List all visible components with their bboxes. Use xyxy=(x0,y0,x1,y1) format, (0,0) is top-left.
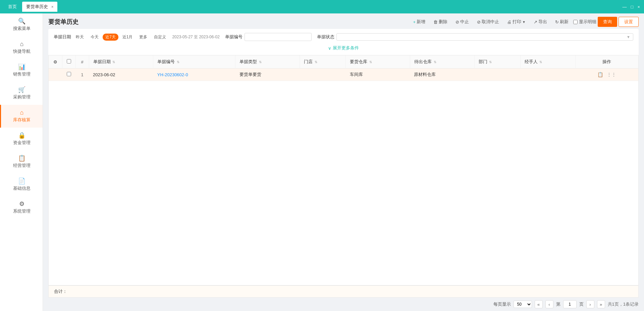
row-checkbox[interactable] xyxy=(67,72,71,76)
doc-status-filter-group: 单据状态 ▼ xyxy=(317,33,633,41)
stop-icon: ⊘ xyxy=(455,19,459,25)
filter-area: 单据日期 昨天 今天 近7天 近1月 更多 自定义 2023-05-27 至 2… xyxy=(48,29,639,55)
page-size-select[interactable]: 10 20 50 100 xyxy=(514,301,532,308)
settings-button[interactable]: 设置 xyxy=(619,17,639,27)
cell-checkbox xyxy=(62,69,75,81)
expand-more-btn[interactable]: ∨ 展开更多条件 xyxy=(328,45,359,51)
tab-home[interactable]: 首页 xyxy=(4,2,21,12)
tab-home-label: 首页 xyxy=(8,4,17,10)
home-icon: ⌂ xyxy=(20,41,24,47)
page-number-input[interactable] xyxy=(563,300,577,308)
cell-store xyxy=(300,69,346,81)
sort-department[interactable]: ⇅ xyxy=(489,60,492,64)
doc-number-input[interactable] xyxy=(245,33,312,41)
cell-handler xyxy=(520,69,575,81)
cancel-stop-button[interactable]: ⊘ 取消中止 xyxy=(474,17,502,26)
sidebar: 🔍 搜索菜单 ⌂ 快捷导航 📊 销售管理 🛒 采购管理 ⌂ 库存核算 🔒 资金管… xyxy=(0,13,43,311)
sidebar-label-sales: 销售管理 xyxy=(13,71,31,77)
date-btn-today[interactable]: 今天 xyxy=(88,34,101,41)
row-more-btn[interactable]: ⋮⋮ xyxy=(605,71,618,78)
window-minimize-btn[interactable]: — xyxy=(623,4,627,9)
col-department: 部门 ⇅ xyxy=(474,55,520,69)
sidebar-item-quick-nav[interactable]: ⌂ 快捷导航 xyxy=(0,36,43,59)
query-button[interactable]: 查询 xyxy=(598,17,617,27)
sort-doc-number[interactable]: ⇅ xyxy=(177,60,179,64)
page-label-end: 页 xyxy=(579,301,584,307)
export-button[interactable]: ↗ 导出 xyxy=(530,17,550,26)
sort-store[interactable]: ⇅ xyxy=(315,60,317,64)
sidebar-item-purchase[interactable]: 🛒 采购管理 xyxy=(0,82,43,105)
date-filter-group: 单据日期 昨天 今天 近7天 近1月 更多 自定义 2023-05-27 至 2… xyxy=(54,34,220,41)
prev-page-btn[interactable]: ‹ xyxy=(545,300,553,308)
sort-doc-type[interactable]: ⇅ xyxy=(259,60,262,64)
print-button[interactable]: 🖨 打印 ▼ xyxy=(504,17,529,26)
date-btn-yesterday[interactable]: 昨天 xyxy=(73,34,87,41)
doc-status-dropdown-icon[interactable]: ▼ xyxy=(627,35,630,39)
new-button[interactable]: + 新增 xyxy=(410,17,429,26)
sidebar-item-inventory[interactable]: ⌂ 库存核算 xyxy=(0,105,43,128)
page-label: 第 xyxy=(556,301,560,307)
sidebar-label-purchase: 采购管理 xyxy=(13,94,31,100)
show-detail-input[interactable] xyxy=(573,20,578,24)
stop-button[interactable]: ⊘ 中止 xyxy=(452,17,472,26)
date-btn-more[interactable]: 更多 xyxy=(137,34,150,41)
date-btn-custom[interactable]: 自定义 xyxy=(151,34,169,41)
doc-number-link[interactable]: YH-20230602-0 xyxy=(157,72,188,77)
expand-more-container: ∨ 展开更多条件 xyxy=(54,43,633,51)
purchase-icon: 🛒 xyxy=(18,87,25,93)
date-btn-last1month[interactable]: 近1月 xyxy=(120,34,136,41)
data-table: ⚙ # 单据日期 ⇅ 单据编号 ⇅ xyxy=(49,55,638,81)
sort-handler[interactable]: ⇅ xyxy=(539,60,542,64)
delete-icon: 🗑 xyxy=(433,19,438,25)
date-btn-last7days[interactable]: 近7天 xyxy=(103,34,118,41)
filter-row: 单据日期 昨天 今天 近7天 近1月 更多 自定义 2023-05-27 至 2… xyxy=(54,33,633,41)
col-num: # xyxy=(75,55,89,69)
table-container[interactable]: ⚙ # 单据日期 ⇅ 单据编号 ⇅ xyxy=(48,55,639,285)
sort-req-warehouse[interactable]: ⇅ xyxy=(369,60,372,64)
top-bar: 首页 要货单历史 × — □ × xyxy=(0,0,644,13)
sidebar-item-search-menu[interactable]: 🔍 搜索菜单 xyxy=(0,13,43,36)
sidebar-label-search: 搜索菜单 xyxy=(13,26,31,32)
first-page-btn[interactable]: « xyxy=(535,300,543,308)
sidebar-item-system[interactable]: ⚙ 系统管理 xyxy=(0,196,43,219)
show-detail-checkbox[interactable]: 显示明细 xyxy=(573,19,596,25)
delete-button[interactable]: 🗑 删除 xyxy=(430,17,451,26)
last-page-icon: » xyxy=(600,302,602,307)
cell-row-settings xyxy=(49,69,62,81)
sidebar-item-finance[interactable]: 🔒 资金管理 xyxy=(0,128,43,150)
sidebar-item-operation[interactable]: 📋 经营管理 xyxy=(0,150,43,173)
cell-doc-type: 要货单要货 xyxy=(235,69,300,81)
window-maximize-btn[interactable]: □ xyxy=(631,4,634,9)
date-filter-label: 单据日期 xyxy=(54,34,71,40)
last-page-btn[interactable]: » xyxy=(597,300,605,308)
date-range-display: 2023-05-27 至 2023-06-02 xyxy=(172,34,219,40)
page-title: 要货单历史 xyxy=(48,18,78,26)
sort-doc-date[interactable]: ⇅ xyxy=(112,60,115,64)
print-icon: 🖨 xyxy=(507,19,512,25)
basic-info-icon: 📄 xyxy=(18,178,25,184)
col-pending-warehouse: 待出仓库 ⇅ xyxy=(410,55,474,69)
cell-doc-number: YH-20230602-0 xyxy=(153,69,235,81)
total-records: 共1页，1条记录 xyxy=(608,301,639,307)
cell-doc-date: 2023-06-02 xyxy=(89,69,153,81)
print-dropdown-icon: ▼ xyxy=(522,20,526,24)
col-checkbox xyxy=(62,55,75,69)
sidebar-item-basic-info[interactable]: 📄 基础信息 xyxy=(0,173,43,196)
refresh-button[interactable]: ↻ 刷新 xyxy=(552,17,572,26)
select-all-checkbox[interactable] xyxy=(67,59,71,63)
sort-pending-warehouse[interactable]: ⇅ xyxy=(434,60,436,64)
tab-close-icon[interactable]: × xyxy=(51,5,53,9)
col-settings[interactable]: ⚙ xyxy=(49,55,62,69)
tab-requisition-history[interactable]: 要货单历史 × xyxy=(22,2,57,12)
doc-status-label: 单据状态 xyxy=(317,34,334,40)
tab-requisition-label: 要货单历史 xyxy=(26,4,48,10)
table-footer: 合计： xyxy=(48,285,639,298)
col-doc-type: 单据类型 ⇅ xyxy=(235,55,300,69)
row-edit-btn[interactable]: 📋 xyxy=(596,71,604,78)
expand-label: 展开更多条件 xyxy=(333,45,359,51)
doc-status-input[interactable] xyxy=(339,35,627,39)
next-page-btn[interactable]: › xyxy=(586,300,594,308)
window-close-btn[interactable]: × xyxy=(637,4,640,9)
sidebar-item-sales[interactable]: 📊 销售管理 xyxy=(0,59,43,82)
cell-pending-warehouse: 原材料仓库 xyxy=(410,69,474,81)
